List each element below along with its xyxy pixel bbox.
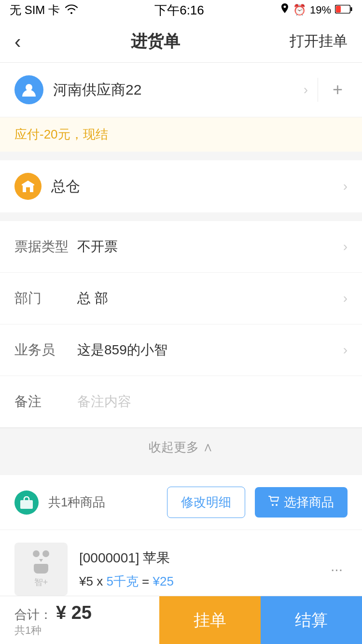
svg-rect-1 [350, 7, 352, 11]
select-product-button[interactable]: 选择商品 [255, 487, 348, 518]
price-value: ¥5 [79, 574, 93, 588]
invoice-label: 票据类型 [14, 238, 77, 256]
total-section: 合计： ¥ 25 共1种 [0, 602, 159, 638]
supplier-chevron-icon: › [304, 82, 308, 98]
invoice-value: 不开票 [77, 238, 343, 256]
svg-point-3 [26, 84, 32, 91]
select-product-label: 选择商品 [284, 494, 334, 511]
nav-bar: ‹ 进货单 打开挂单 [0, 20, 362, 63]
product-count-text: 共1种商品 [48, 494, 157, 511]
product-name: [0000001] 苹果 [79, 549, 326, 567]
total-count: 共1种 [14, 623, 145, 638]
status-bar: 无 SIM 卡 下午6:16 ⏰ 19% [0, 0, 362, 20]
battery-text: 19% [310, 4, 331, 16]
divider [318, 78, 318, 102]
status-left: 无 SIM 卡 [10, 2, 78, 18]
alarm-icon: ⏰ [293, 4, 306, 16]
product-info: [0000001] 苹果 ¥5 x 5千克 = ¥25 [79, 549, 326, 590]
settle-button[interactable]: 结算 [261, 596, 362, 644]
quantity-value: 5千克 [106, 574, 138, 588]
salesman-label: 业务员 [14, 341, 77, 359]
page-title: 进货单 [131, 30, 180, 53]
total-amount: ¥ 25 [56, 602, 92, 623]
svg-point-6 [272, 504, 274, 506]
payment-hint: 应付-20元，现结 [0, 117, 362, 152]
supplier-name: 河南供应商22 [53, 80, 304, 100]
salesman-chevron-icon: › [343, 342, 348, 358]
warehouse-chevron-icon: › [343, 179, 348, 194]
more-button[interactable]: ··· [326, 556, 348, 582]
supplier-card: 河南供应商22 › + 应付-20元，现结 [0, 63, 362, 152]
form-card: 票据类型 不开票 › 部门 总 部 › 业务员 这是859的小智 › 备注 备注… [0, 221, 362, 466]
department-row[interactable]: 部门 总 部 › [0, 273, 362, 324]
total-info: 合计： ¥ 25 [14, 602, 145, 623]
warehouse-name: 总仓 [51, 177, 343, 196]
collapse-text: 收起更多 ∧ [149, 439, 213, 456]
status-time: 下午6:16 [154, 2, 204, 19]
status-right: ⏰ 19% [280, 3, 352, 17]
hang-button[interactable]: 挂单 [159, 596, 261, 644]
warehouse-row[interactable]: 总仓 › [0, 160, 362, 212]
content-area: 河南供应商22 › + 应付-20元，现结 总仓 › 票据类型 不开票 › [0, 63, 362, 644]
product-code: [0000001] [79, 550, 143, 565]
department-label: 部门 [14, 289, 77, 308]
location-icon [280, 3, 289, 17]
department-chevron-icon: › [343, 291, 348, 306]
product-price: ¥5 x 5千克 = ¥25 [79, 573, 326, 590]
products-header: 共1种商品 修改明细 选择商品 [0, 475, 362, 530]
svg-point-7 [276, 504, 278, 506]
invoice-type-row[interactable]: 票据类型 不开票 › [0, 221, 362, 273]
carrier-text: 无 SIM 卡 [10, 2, 60, 18]
total-value: ¥25 [153, 574, 174, 588]
products-card: 共1种商品 修改明细 选择商品 [0, 475, 362, 608]
total-label: 合计： [14, 606, 52, 623]
salesman-row[interactable]: 业务员 这是859的小智 › [0, 324, 362, 376]
edit-detail-button[interactable]: 修改明细 [167, 487, 245, 518]
open-pending-button[interactable]: 打开挂单 [290, 31, 348, 51]
add-supplier-button[interactable]: + [328, 80, 348, 100]
remark-input[interactable]: 备注内容 [77, 392, 348, 411]
svg-rect-5 [20, 500, 33, 509]
cart-icon [268, 495, 280, 510]
department-value: 总 部 [77, 289, 343, 308]
remark-label: 备注 [14, 392, 77, 411]
collapse-button[interactable]: 收起更多 ∧ [0, 428, 362, 466]
warehouse-card: 总仓 › [0, 160, 362, 212]
supplier-row[interactable]: 河南供应商22 › + [0, 63, 362, 117]
svg-rect-4 [26, 187, 30, 192]
supplier-avatar [14, 75, 43, 104]
back-button[interactable]: ‹ [14, 32, 21, 51]
invoice-chevron-icon: › [343, 239, 348, 254]
battery-icon [335, 4, 352, 16]
bottom-bar: 合计： ¥ 25 共1种 挂单 结算 [0, 596, 362, 644]
salesman-value: 这是859的小智 [77, 341, 343, 359]
svg-rect-2 [336, 6, 341, 13]
product-count-icon [14, 490, 39, 515]
product-thumbnail: 智+ [14, 543, 68, 596]
warehouse-icon [14, 173, 42, 200]
wifi-icon [65, 3, 78, 17]
remark-row[interactable]: 备注 备注内容 [0, 376, 362, 428]
